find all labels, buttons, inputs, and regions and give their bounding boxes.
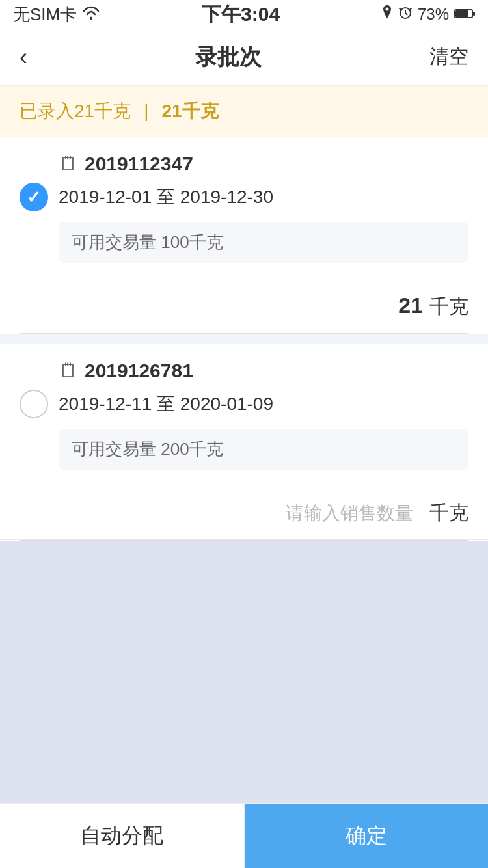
- batch-radio-2[interactable]: [20, 390, 48, 418]
- batch-quantity-value-1: 21: [398, 293, 423, 318]
- batch-quantity-row-1: 21 千克: [0, 286, 488, 333]
- batch-date-text-2: 2019-12-11 至 2020-01-09: [59, 392, 273, 416]
- batch-qty-input-2[interactable]: [176, 502, 423, 524]
- sim-text: 无SIM卡: [13, 3, 77, 26]
- status-right: 73%: [381, 5, 475, 23]
- batch-date-row-2[interactable]: 2019-12-11 至 2020-01-09: [20, 390, 468, 418]
- batch-avail-text-1: 可用交易量 100千克: [72, 232, 223, 252]
- batch-id-icon-2: 🗒: [59, 360, 78, 382]
- summary-entered-label: 已录入21千克: [20, 99, 131, 124]
- battery-icon: [454, 5, 475, 23]
- status-left: 无SIM卡: [13, 3, 100, 26]
- batch-item-1-inner: 🗒 2019112347 2019-12-01 至 2019-12-30 可用交…: [0, 137, 488, 286]
- location-icon: [381, 5, 393, 23]
- nav-bar: ‹ 录批次 清空: [0, 29, 488, 86]
- batch-quantity-unit-1: 千克: [429, 293, 468, 320]
- status-bar: 无SIM卡 下午3:04 73%: [0, 0, 488, 29]
- auto-distribute-button[interactable]: 自动分配: [0, 804, 245, 868]
- batch-item-2-inner: 🗒 2019126781 2019-12-11 至 2020-01-09 可用交…: [0, 344, 488, 493]
- confirm-button[interactable]: 确定: [245, 804, 489, 868]
- page-title: 录批次: [195, 42, 262, 72]
- batch-input-row-2: 千克: [0, 493, 488, 540]
- svg-rect-3: [455, 10, 468, 17]
- summary-divider: |: [144, 101, 148, 122]
- batch-id-row-2: 🗒 2019126781: [59, 360, 468, 382]
- section-separator-1: [0, 334, 488, 344]
- batch-date-text-1: 2019-12-01 至 2019-12-30: [59, 185, 273, 210]
- status-time: 下午3:04: [202, 1, 280, 28]
- wifi-icon: [82, 5, 100, 25]
- batch-radio-1[interactable]: [20, 183, 48, 211]
- batch-date-row-1[interactable]: 2019-12-01 至 2019-12-30: [20, 183, 468, 211]
- batch-id-icon-1: 🗒: [59, 153, 78, 175]
- bottom-bar: 自动分配 确定: [0, 803, 488, 868]
- batch-avail-text-2: 可用交易量 200千克: [72, 439, 223, 459]
- alarm-icon: [398, 5, 413, 23]
- gray-area: [0, 541, 488, 827]
- batch-item-1: 🗒 2019112347 2019-12-01 至 2019-12-30 可用交…: [0, 137, 488, 334]
- battery-percent: 73%: [418, 5, 449, 23]
- back-button[interactable]: ‹: [20, 44, 27, 71]
- summary-banner: 已录入21千克 | 21千克: [0, 86, 488, 137]
- clear-button[interactable]: 清空: [429, 44, 468, 70]
- batch-id-text-2: 2019126781: [85, 360, 193, 382]
- batch-avail-row-1: 可用交易量 100千克: [59, 222, 468, 263]
- batch-input-unit-2: 千克: [429, 500, 468, 526]
- summary-value: 21千克: [161, 99, 218, 124]
- batch-item-2: 🗒 2019126781 2019-12-11 至 2020-01-09 可用交…: [0, 344, 488, 541]
- batch-id-text-1: 2019112347: [85, 153, 193, 175]
- batch-avail-row-2: 可用交易量 200千克: [59, 429, 468, 470]
- svg-rect-2: [473, 12, 475, 16]
- batch-id-row-1: 🗒 2019112347: [59, 153, 468, 175]
